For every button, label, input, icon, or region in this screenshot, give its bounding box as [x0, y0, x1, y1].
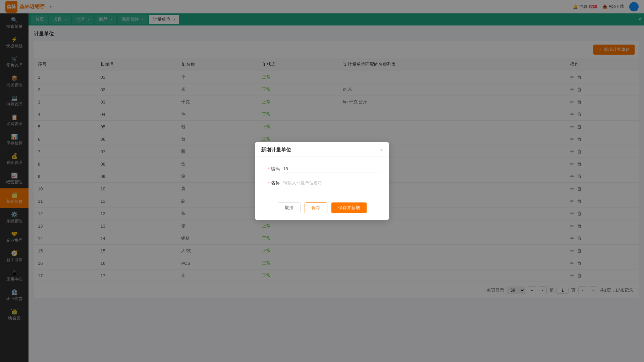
modal-close-btn[interactable]: ×: [380, 147, 383, 153]
code-row: 编码: [263, 165, 381, 173]
modal-title: 新增计量单位: [261, 147, 291, 153]
modal-footer: 取消 保存 保存并新增: [255, 198, 389, 220]
save-new-button[interactable]: 保存并新增: [331, 202, 367, 213]
cancel-button[interactable]: 取消: [278, 202, 301, 213]
modal-overlay: 新增计量单位 × 编码 名称 取消 保存 保存并新增: [0, 0, 644, 362]
name-label: 名称: [263, 180, 280, 186]
modal-body: 编码 名称: [255, 157, 389, 198]
code-label: 编码: [263, 166, 280, 172]
modal-header: 新增计量单位 ×: [255, 142, 389, 157]
name-row: 名称: [263, 179, 381, 187]
code-input[interactable]: [283, 165, 381, 173]
name-input[interactable]: [283, 179, 381, 187]
add-unit-modal: 新增计量单位 × 编码 名称 取消 保存 保存并新增: [255, 142, 389, 220]
save-button[interactable]: 保存: [305, 202, 327, 213]
